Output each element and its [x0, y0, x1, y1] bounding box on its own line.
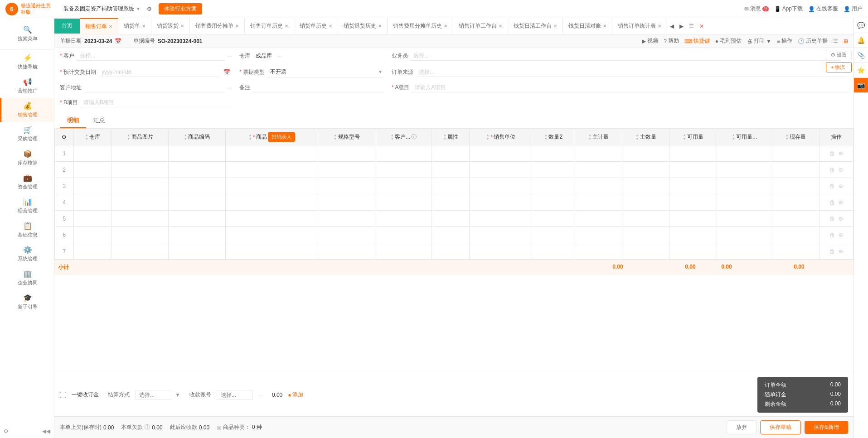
- delete-icon-4[interactable]: 🗑: [829, 199, 835, 206]
- sidebar-item-enterprise[interactable]: 🏢 企业协同: [0, 266, 54, 290]
- right-float-btn-2[interactable]: 🔔: [854, 33, 868, 48]
- tab-sales-stats[interactable]: 销售订单统计表 ✕: [612, 19, 667, 34]
- tab-sales-goods-history[interactable]: 销货单历史 ✕: [294, 19, 338, 34]
- profit-btn[interactable]: ● 毛利预估: [715, 37, 742, 45]
- invoice-type-select[interactable]: 不开票 ▼: [267, 67, 384, 77]
- col-settings[interactable]: ⚙: [55, 129, 74, 145]
- sidebar-item-purchase[interactable]: 🛒 采购管理: [0, 122, 54, 146]
- salesperson-input[interactable]: [411, 51, 841, 61]
- tab-close-icon[interactable]: ✕: [109, 24, 112, 29]
- remarks-input[interactable]: [253, 83, 384, 92]
- shortcut-btn[interactable]: ⌨ 快捷键: [684, 37, 710, 45]
- settings-btn[interactable]: ⚙ 设置: [826, 50, 852, 60]
- delete-icon-3[interactable]: 🗑: [829, 183, 835, 189]
- tab-close-icon[interactable]: ✕: [235, 24, 239, 29]
- add-material-btn[interactable]: + 物流: [826, 62, 852, 72]
- print-btn[interactable]: 🖨 打印 ▼: [747, 37, 771, 45]
- tab-close-icon[interactable]: ✕: [658, 24, 661, 29]
- settings-footer-icon[interactable]: ⚙: [4, 428, 9, 434]
- order-source-input[interactable]: [416, 67, 848, 77]
- row-product-image-2[interactable]: [112, 162, 169, 178]
- tab-home[interactable]: 首页: [54, 19, 80, 34]
- customer-more-icon[interactable]: ···: [228, 53, 232, 59]
- tab-sales-fee-history[interactable]: 销售费用分摊单历史 ✕: [388, 19, 453, 34]
- message-btn[interactable]: ✉ 消息 9: [744, 5, 769, 13]
- delete-icon-6[interactable]: 🗑: [829, 232, 835, 238]
- copy-icon-4[interactable]: ⊕: [839, 199, 843, 206]
- discard-btn[interactable]: 放弃: [727, 420, 756, 434]
- row-warehouse-1[interactable]: [74, 145, 112, 162]
- sidebar-item-finance[interactable]: 💼 资金管理: [0, 170, 54, 194]
- b-project-input[interactable]: [81, 98, 232, 107]
- delete-icon-5[interactable]: 🗑: [829, 216, 835, 222]
- save-new-btn[interactable]: 保存&新增: [805, 421, 848, 434]
- customer-input[interactable]: [77, 51, 225, 61]
- tab-close-icon[interactable]: ✕: [553, 24, 557, 29]
- address-more-icon[interactable]: ···: [228, 85, 232, 91]
- tab-sales-fee[interactable]: 销售费用分摊单 ✕: [190, 19, 245, 34]
- row-available-1[interactable]: [669, 145, 717, 162]
- tab-summary[interactable]: 汇总: [86, 114, 112, 128]
- delivery-date-input[interactable]: [99, 67, 219, 77]
- row-quantity2-2[interactable]: [532, 162, 575, 178]
- tab-sales-order[interactable]: 销售订单 ✕: [80, 18, 118, 34]
- right-float-btn-1[interactable]: 💬: [854, 18, 868, 33]
- copy-icon-5[interactable]: ⊕: [839, 216, 843, 222]
- delete-icon-2[interactable]: 🗑: [829, 167, 835, 173]
- tab-close-icon[interactable]: ✕: [285, 24, 288, 29]
- row-product-name-2[interactable]: [225, 162, 318, 178]
- tab-close-icon[interactable]: ✕: [603, 24, 606, 29]
- row-warehouse-2[interactable]: [74, 162, 112, 178]
- row-current-stock-1[interactable]: [772, 145, 819, 162]
- row-sales-unit-1[interactable]: [470, 145, 532, 162]
- row-main-unit-1[interactable]: [575, 145, 622, 162]
- row-customer-code-1[interactable]: [375, 145, 432, 162]
- row-current-stock-2[interactable]: [772, 162, 819, 178]
- tab-sales-workbench[interactable]: 销售订单工作台 ✕: [453, 19, 508, 34]
- col-settings-icon[interactable]: ⚙: [62, 134, 67, 140]
- view-btn[interactable]: ▶ 视频: [642, 37, 658, 45]
- tab-sales-order-history[interactable]: 销售订单历史 ✕: [245, 19, 294, 34]
- row-product-image-1[interactable]: [112, 145, 169, 162]
- right-float-btn-3[interactable]: 📎: [854, 48, 868, 63]
- right-float-btn-5[interactable]: 📷: [854, 78, 868, 93]
- row-main-quantity-1[interactable]: [622, 145, 669, 162]
- save-draft-btn[interactable]: 保存草稿: [760, 420, 801, 434]
- row-product-code-2[interactable]: [169, 162, 226, 178]
- tab-close-all-btn[interactable]: ✕: [697, 23, 707, 29]
- one-click-checkbox[interactable]: [60, 392, 66, 398]
- row-main-unit-2[interactable]: [575, 162, 622, 178]
- sidebar-item-ops[interactable]: 📊 经营管理: [0, 194, 54, 218]
- add-payment-btn[interactable]: ● 添加: [288, 391, 303, 399]
- row-spec-2[interactable]: [318, 162, 375, 178]
- row-spec-1[interactable]: [318, 145, 375, 162]
- row-available2-2[interactable]: [717, 162, 772, 178]
- copy-icon-2[interactable]: ⊕: [839, 167, 843, 173]
- tab-close-icon[interactable]: ✕: [499, 24, 502, 29]
- customer-address-input[interactable]: [84, 83, 225, 92]
- tab-sales-return[interactable]: 销货退货 ✕: [151, 19, 190, 34]
- tab-close-icon[interactable]: ✕: [180, 24, 184, 29]
- layout-grid-btn[interactable]: ⊞: [844, 38, 848, 44]
- tab-detail[interactable]: 明细: [60, 114, 86, 128]
- app-download-btn[interactable]: 📱 App下载: [774, 5, 803, 13]
- solution-button[interactable]: 体验行业方案: [159, 3, 202, 14]
- sidebar-item-sales[interactable]: 💰 销售管理: [0, 98, 54, 122]
- tab-close-icon[interactable]: ✕: [329, 24, 332, 29]
- copy-icon-7[interactable]: ⊕: [839, 248, 843, 255]
- tab-cash-goods-reconcile[interactable]: 钱货日清对账 ✕: [563, 19, 612, 34]
- delete-icon-1[interactable]: 🗑: [829, 150, 835, 157]
- online-service-btn[interactable]: 👤 在线客服: [808, 5, 838, 13]
- warehouse-more-icon[interactable]: ···: [277, 53, 282, 59]
- tab-next-btn[interactable]: ▶: [677, 23, 686, 29]
- sidebar-item-basic[interactable]: 📋 基础信息: [0, 218, 54, 242]
- account-more-icon[interactable]: ···: [258, 392, 263, 398]
- tab-sales-return-history[interactable]: 销货退货历史 ✕: [338, 19, 388, 34]
- row-available-2[interactable]: [669, 162, 717, 178]
- tab-prev-btn[interactable]: ◀: [667, 23, 677, 29]
- settlement-arrow-icon[interactable]: ▼: [175, 392, 180, 398]
- copy-icon-3[interactable]: ⊕: [839, 183, 843, 189]
- row-product-name-1[interactable]: [225, 145, 318, 162]
- system-title[interactable]: 装备及固定资产辅助管理系统 ▼: [63, 5, 141, 13]
- history-btn[interactable]: 🕐 历史单据: [798, 37, 828, 45]
